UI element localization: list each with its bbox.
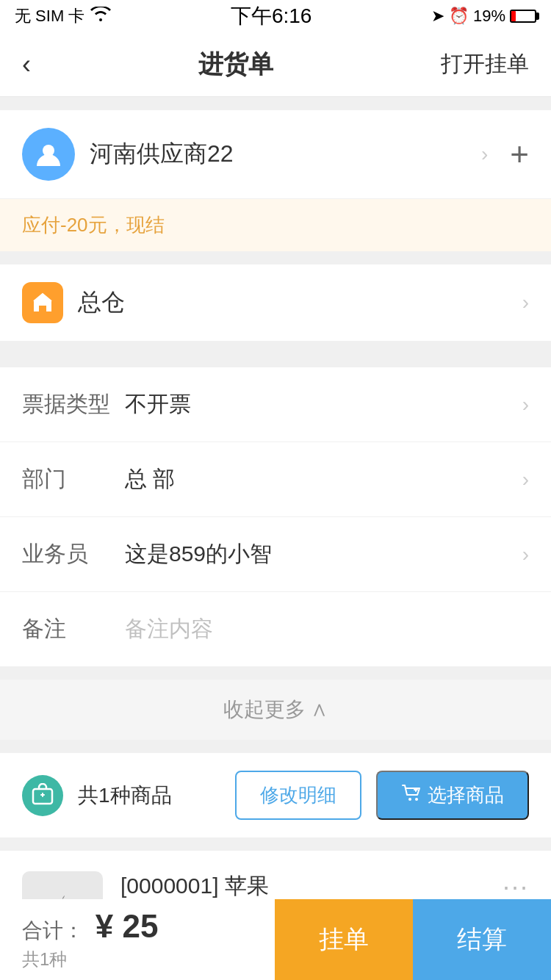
divider-1 <box>0 97 551 110</box>
cart-icon <box>401 784 422 807</box>
salesperson-row[interactable]: 业务员 这是859的小智 › <box>0 517 551 592</box>
divider-2 <box>0 354 551 367</box>
supplier-notice: 应付-20元，现结 <box>0 199 551 251</box>
battery-icon <box>510 10 536 23</box>
department-chevron-icon: › <box>522 468 529 491</box>
open-pending-button[interactable]: 打开挂单 <box>441 49 529 79</box>
divider-3 <box>0 740 551 753</box>
select-product-label: 选择商品 <box>428 782 504 808</box>
edit-detail-button[interactable]: 修改明细 <box>235 771 361 820</box>
warehouse-name: 总仓 <box>78 287 522 319</box>
page-title: 进货单 <box>198 48 273 82</box>
supplier-chevron-icon: › <box>481 143 488 166</box>
product-count: 共1种商品 <box>78 782 220 810</box>
status-right: ➤ ⏰ 19% <box>431 7 536 26</box>
warehouse-section: 总仓 › <box>0 264 551 341</box>
warehouse-row[interactable]: 总仓 › <box>0 264 551 341</box>
total-count: 共1种 <box>22 948 253 971</box>
alarm-icon: ⏰ <box>449 7 469 26</box>
warehouse-icon <box>22 282 63 323</box>
remark-input[interactable]: 备注内容 <box>125 614 529 644</box>
department-label: 部门 <box>22 464 125 494</box>
status-carrier: 无 SIM 卡 <box>15 5 111 27</box>
supplier-section: 河南供应商22 › + 应付-20元，现结 <box>0 110 551 251</box>
form-section: 票据类型 不开票 › 部门 总 部 › 业务员 这是859的小智 › 备注 备注… <box>0 367 551 666</box>
nav-bar: ‹ 进货单 打开挂单 <box>0 32 551 97</box>
svg-point-3 <box>408 798 411 801</box>
product-code: [0000001] <box>120 873 218 898</box>
product-title: 苹果 <box>225 873 269 898</box>
status-bar: 无 SIM 卡 下午6:16 ➤ ⏰ 19% <box>0 0 551 32</box>
settle-button[interactable]: 结算 <box>413 899 551 980</box>
invoice-chevron-icon: › <box>522 393 529 417</box>
invoice-type-label: 票据类型 <box>22 389 125 419</box>
bottom-bar: 合计： ¥ 25 共1种 挂单 结算 <box>0 899 551 980</box>
department-row[interactable]: 部门 总 部 › <box>0 442 551 517</box>
department-value: 总 部 <box>125 464 522 494</box>
total-area: 合计： ¥ 25 共1种 <box>0 908 275 971</box>
total-amount: ¥ 25 <box>96 908 159 944</box>
invoice-type-value: 不开票 <box>125 389 522 419</box>
total-row: 合计： ¥ 25 <box>22 908 253 945</box>
wifi-icon <box>90 7 111 26</box>
product-name: [0000001] 苹果 <box>120 871 485 901</box>
remark-label: 备注 <box>22 614 125 644</box>
select-product-button[interactable]: 选择商品 <box>376 771 529 820</box>
carrier-text: 无 SIM 卡 <box>15 5 84 27</box>
more-options-button[interactable]: ··· <box>503 871 529 902</box>
add-supplier-button[interactable]: + <box>510 138 529 170</box>
salesperson-label: 业务员 <box>22 539 125 569</box>
total-label: 合计： <box>22 919 84 942</box>
invoice-type-row[interactable]: 票据类型 不开票 › <box>0 367 551 442</box>
status-time: 下午6:16 <box>231 2 312 30</box>
location-icon: ➤ <box>431 7 444 26</box>
hang-button[interactable]: 挂单 <box>275 899 413 980</box>
product-icon <box>22 775 63 816</box>
supplier-row[interactable]: 河南供应商22 › + <box>0 110 551 199</box>
battery-text: 19% <box>473 7 505 26</box>
collapse-bar[interactable]: 收起更多 ∧ <box>0 680 551 740</box>
hang-label: 挂单 <box>319 923 369 956</box>
back-button[interactable]: ‹ <box>22 49 31 80</box>
supplier-name: 河南供应商22 <box>90 138 481 170</box>
product-header: 共1种商品 修改明细 选择商品 <box>0 753 551 837</box>
svg-point-4 <box>415 798 418 801</box>
settle-label: 结算 <box>457 923 507 956</box>
svg-rect-1 <box>39 306 46 311</box>
warehouse-chevron-icon: › <box>522 291 529 314</box>
remark-row[interactable]: 备注 备注内容 <box>0 592 551 666</box>
salesperson-chevron-icon: › <box>522 543 529 566</box>
supplier-avatar <box>22 128 75 181</box>
salesperson-value: 这是859的小智 <box>125 539 522 569</box>
